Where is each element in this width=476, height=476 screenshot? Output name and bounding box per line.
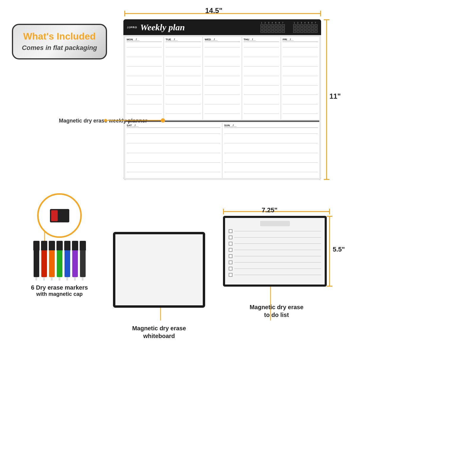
day-col-tue: TUE__/__ bbox=[164, 37, 202, 120]
marker-blue bbox=[64, 241, 70, 281]
markers-label: 6 Dry erase markers with magnetic cap bbox=[15, 284, 104, 297]
habit-tracker-1: 1 2 3 4 5 6 7 bbox=[260, 22, 285, 33]
day-col-sat: SAT__/__ bbox=[125, 123, 222, 178]
planner-divider bbox=[125, 121, 319, 122]
dimension-line-width bbox=[124, 13, 321, 14]
todo-dim-height: 5.5" bbox=[329, 216, 330, 287]
todo-row bbox=[229, 235, 321, 239]
planner-bottom-days: SAT__/__ SUN__/__ bbox=[125, 123, 319, 178]
markers-label-main: 6 Dry erase markers bbox=[15, 284, 104, 291]
marker-orange bbox=[49, 241, 55, 281]
markers-label-sub: with magnetic cap bbox=[15, 291, 104, 297]
marker-red bbox=[41, 241, 47, 281]
markers-row bbox=[15, 241, 104, 281]
todo-row bbox=[229, 273, 321, 277]
day-col-fri: FRI__/__ bbox=[281, 37, 319, 120]
eraser-circle bbox=[37, 193, 82, 238]
todo-row bbox=[229, 267, 321, 271]
whats-included-box: What's Included Comes in flat packaging bbox=[12, 24, 107, 59]
dimension-label-height: 11" bbox=[329, 92, 341, 100]
dimension-label-small-width: 7.25" bbox=[262, 206, 277, 214]
todo-row bbox=[229, 242, 321, 246]
weekly-planner-board: JJPRO Weekly plan 1 2 3 4 5 6 7 1 2 3 4 … bbox=[123, 19, 321, 180]
day-col-wed: WED__/__ bbox=[203, 37, 241, 120]
dimension-label-width: 14.5" bbox=[205, 7, 222, 15]
todo-board-wrapper: 5.5" bbox=[223, 216, 330, 287]
todo-label: Magnetic dry erase to do list bbox=[223, 303, 330, 319]
day-col-mon: MON__/__ bbox=[125, 37, 163, 120]
planner-top-days: MON__/__ TUE__/__ bbox=[125, 37, 319, 120]
markers-section: 6 Dry erase markers with magnetic cap bbox=[15, 193, 104, 297]
todo-row bbox=[229, 248, 321, 252]
marker-green bbox=[56, 241, 63, 281]
todo-header-bar bbox=[260, 221, 290, 226]
planner-brand: JJPRO bbox=[127, 26, 137, 29]
habit-tracker-2: 1 2 3 4 5 6 7 bbox=[293, 22, 318, 33]
todo-row bbox=[229, 229, 321, 233]
todo-row bbox=[229, 260, 321, 264]
todo-rows bbox=[229, 229, 321, 277]
todo-row bbox=[229, 254, 321, 258]
todo-dim-width: 7.25" bbox=[223, 208, 330, 213]
dimension-label-small-height: 5.5" bbox=[333, 246, 345, 253]
eraser-icon bbox=[50, 209, 69, 222]
whats-included-title: What's Included bbox=[20, 31, 99, 42]
whiteboard-board bbox=[113, 232, 205, 308]
planner-title: Weekly plan bbox=[140, 22, 258, 32]
marker-black-2 bbox=[80, 241, 86, 281]
todo-board bbox=[223, 216, 327, 287]
todo-section: 7.25" bbox=[223, 208, 330, 319]
day-col-sun: SUN__/__ bbox=[223, 123, 319, 178]
marker-purple bbox=[72, 241, 78, 281]
day-col-thu: THU__/__ bbox=[242, 37, 280, 120]
whiteboard-section: Magnetic dry erase whiteboard bbox=[113, 232, 205, 340]
whiteboard-label: Magnetic dry erase whiteboard bbox=[113, 324, 205, 340]
dimension-line-height bbox=[326, 19, 327, 180]
planner-pointer-label: Magnetic dry erase weekly planner bbox=[59, 117, 147, 124]
whats-included-subtitle: Comes in flat packaging bbox=[20, 44, 99, 52]
marker-black bbox=[33, 241, 40, 281]
